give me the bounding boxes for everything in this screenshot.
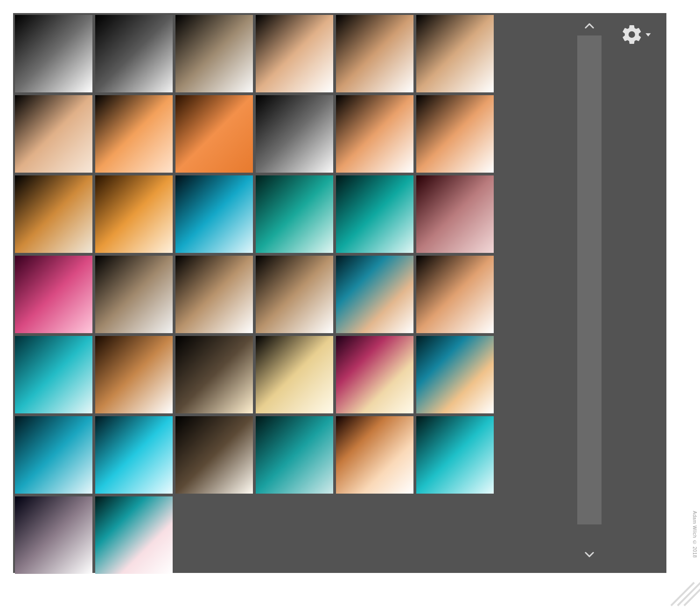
gradient-swatch[interactable] [15,15,92,92]
gradient-swatch[interactable] [416,416,494,494]
panel-menu-area [606,13,666,573]
gradient-swatch[interactable] [15,175,92,253]
gradient-swatch[interactable] [256,256,333,333]
gradient-swatch[interactable] [175,336,253,413]
chevron-down-icon[interactable] [580,547,599,562]
scrollbar [573,13,606,573]
app-frame: Adam Wilch © 2018 [0,0,700,614]
gradient-swatch[interactable] [95,336,173,413]
gradient-swatch[interactable] [175,95,253,173]
gradient-swatch[interactable] [336,95,413,173]
gradient-swatch[interactable] [256,416,333,494]
gradient-swatch[interactable] [175,15,253,92]
gradient-swatch[interactable] [95,496,173,574]
gradient-swatch[interactable] [256,95,333,173]
gradient-swatch[interactable] [95,256,173,333]
gradient-swatch[interactable] [15,95,92,173]
gradient-swatch[interactable] [95,95,173,173]
resize-grip-icon [664,578,692,606]
credit-text: Adam Wilch © 2018 [692,511,697,558]
gradient-swatch[interactable] [15,496,92,574]
gradient-swatch[interactable] [175,175,253,253]
gradient-swatch[interactable] [336,175,413,253]
gradient-swatch[interactable] [256,336,333,413]
gradient-swatch[interactable] [95,416,173,494]
gradient-swatch[interactable] [256,175,333,253]
gradient-swatch[interactable] [416,95,494,173]
scroll-track[interactable] [577,35,602,545]
gradient-swatch[interactable] [95,15,173,92]
gradient-swatch[interactable] [175,416,253,494]
triangle-down-icon [645,31,651,38]
gradient-swatch[interactable] [336,15,413,92]
gradient-swatch[interactable] [336,256,413,333]
panel-menu-button[interactable] [621,23,651,46]
scroll-thumb[interactable] [577,35,602,524]
gradient-swatch[interactable] [416,175,494,253]
gradient-swatch[interactable] [175,256,253,333]
swatch-grid-container [13,13,494,573]
gradient-swatch[interactable] [336,416,413,494]
gradient-swatch[interactable] [15,416,92,494]
gradient-picker-panel [13,13,666,573]
gradient-swatch[interactable] [416,256,494,333]
swatch-grid [15,15,494,574]
gradient-swatch[interactable] [95,175,173,253]
gradient-swatch[interactable] [336,336,413,413]
gradient-swatch[interactable] [416,336,494,413]
gear-icon [621,23,643,46]
gradient-swatch[interactable] [15,336,92,413]
gradient-swatch[interactable] [15,256,92,333]
gradient-swatch[interactable] [416,15,494,92]
gradient-swatch[interactable] [256,15,333,92]
chevron-up-icon[interactable] [580,19,599,34]
